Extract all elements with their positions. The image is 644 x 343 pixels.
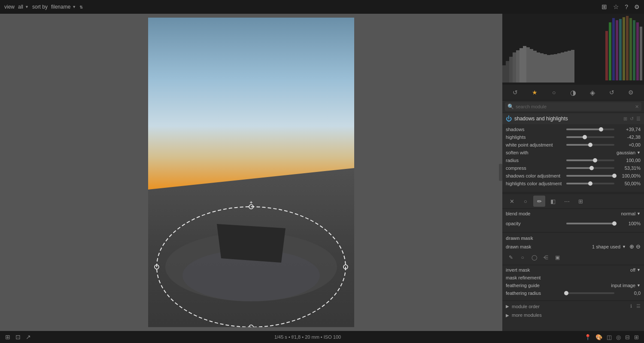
location-icon[interactable]: 📍 (584, 334, 591, 340)
module-multi-icon[interactable]: ⊞ (623, 116, 627, 122)
feathering-guide-value[interactable]: input image ▼ (611, 283, 641, 288)
all-filter[interactable]: all ▼ (18, 4, 29, 10)
drawn-mask-dropdown-arrow[interactable]: ▼ (622, 245, 626, 249)
svg-rect-36 (612, 18, 615, 80)
module-tabs: ↺ ★ ○ ◑ ◈ ↺ ⚙ (502, 85, 644, 101)
drawn-mask-add-icon[interactable]: ⊕ (629, 243, 634, 250)
overexpose-icon[interactable]: ◫ (607, 334, 612, 340)
svg-rect-24 (540, 53, 544, 83)
tab-settings[interactable]: ⚙ (625, 86, 637, 98)
svg-rect-19 (523, 46, 526, 83)
tab-reset[interactable]: ↺ (606, 86, 618, 98)
drawn-mask-remove-icon[interactable]: ⊖ (636, 243, 641, 250)
grid-icon[interactable]: ⊟ (625, 334, 630, 340)
path-mask-btn[interactable]: ⋯ (561, 196, 573, 207)
highlights-slider[interactable] (566, 136, 614, 138)
highlights-color-slider[interactable] (566, 183, 614, 184)
tab-hsl[interactable]: ◈ (586, 86, 598, 98)
filename-sort[interactable]: filename ▼ (51, 4, 76, 10)
raster-mask-btn[interactable]: ⊞ (574, 196, 586, 207)
drawn-mask-section-label: drawn mask (502, 233, 644, 242)
help-icon[interactable]: ? (625, 3, 628, 10)
fill-btn[interactable]: ▣ (552, 252, 562, 263)
module-header: ⏻ shadows and highlights ⊞ ↺ ☰ (502, 113, 644, 124)
svg-rect-14 (506, 61, 509, 83)
node-edit-btn[interactable]: ⋲ (541, 252, 551, 263)
status-center: 1/45 s • f/1,8 • 20 mm • ISO 100 (274, 334, 341, 340)
scroll-handle[interactable] (499, 164, 502, 181)
compress-slider[interactable] (566, 167, 614, 169)
svg-rect-27 (550, 55, 554, 83)
soften-with-value[interactable]: gaussian ▼ (566, 150, 641, 155)
svg-rect-35 (609, 22, 611, 80)
no-mask-btn[interactable]: ✕ (506, 196, 518, 207)
star-icon[interactable]: ☆ (613, 3, 619, 11)
shadows-label: shadows (506, 127, 564, 132)
export-icon[interactable]: ↗ (26, 334, 31, 340)
highlights-value: -42,38 (617, 135, 641, 140)
free-draw-btn[interactable]: ✎ (506, 252, 516, 263)
invert-mask-value[interactable]: off ▼ (630, 267, 641, 273)
tab-history[interactable]: ↺ (509, 86, 521, 98)
drawn-mask-btn[interactable]: ✏ (533, 196, 545, 207)
ellipse-shape-btn[interactable]: ◯ (529, 252, 539, 263)
svg-rect-22 (533, 51, 537, 83)
svg-rect-28 (554, 54, 557, 83)
grid-view-icon[interactable]: ⊞ (601, 3, 607, 11)
all-dropdown-arrow: ▼ (25, 5, 29, 9)
feathering-guide-arrow: ▼ (637, 283, 641, 288)
divider-1 (502, 192, 644, 193)
radius-slider[interactable] (566, 159, 614, 161)
blend-mode-dropdown[interactable]: normal ▼ (566, 211, 641, 216)
white-point-label: white point adjustment (506, 142, 564, 147)
svg-rect-13 (502, 65, 506, 83)
module-order-menu-icon[interactable]: ☰ (636, 303, 641, 309)
view-menu[interactable]: view (4, 4, 15, 10)
status-right: 📍 🎨 ◫ ◎ ⊟ ⊞ (584, 334, 639, 340)
settings-icon[interactable]: ⚙ (634, 3, 640, 10)
focus-icon[interactable]: ◎ (616, 334, 621, 340)
shadows-slider[interactable] (566, 129, 614, 130)
tab-color[interactable]: ○ (548, 86, 560, 98)
svg-rect-43 (636, 22, 639, 80)
opacity-row: opacity 100% (502, 221, 644, 229)
divider-2 (502, 232, 644, 233)
search-bar: 🔍 ✕ (505, 102, 641, 111)
canvas-area[interactable] (0, 14, 502, 331)
shadows-color-value: 100,00% (617, 173, 641, 178)
compress-row: compress 53,31% (506, 165, 641, 171)
svg-rect-17 (516, 50, 519, 83)
circle-shape-btn[interactable]: ○ (517, 252, 528, 263)
svg-marker-4 (217, 224, 286, 263)
search-clear-icon[interactable]: ✕ (635, 104, 639, 110)
svg-rect-44 (640, 27, 642, 80)
module-power-icon[interactable]: ⏻ (506, 115, 512, 122)
sort-direction[interactable]: ⇅ (79, 5, 83, 9)
opacity-slider[interactable] (566, 223, 614, 224)
tab-tone[interactable]: ◑ (567, 86, 579, 98)
white-point-slider[interactable] (566, 144, 614, 146)
svg-rect-41 (629, 18, 632, 80)
module-menu-icon[interactable]: ☰ (636, 116, 641, 122)
filmstrip-icon[interactable]: ⊞ (5, 334, 10, 340)
guides-icon[interactable]: ⊞ (634, 334, 639, 340)
gradient-mask-btn[interactable]: ◧ (547, 196, 559, 207)
module-order-info-icon[interactable]: ℹ (630, 303, 632, 309)
more-modules-row[interactable]: ▶ more modules (502, 311, 644, 319)
drawn-mask-row: drawn mask 1 shape used ▼ ⊕ ⊖ (502, 242, 644, 251)
feathering-radius-slider[interactable] (566, 292, 614, 294)
divider-3 (502, 265, 644, 265)
highlights-label: highlights (506, 135, 564, 140)
parametric-mask-btn[interactable]: ○ (519, 196, 532, 207)
white-point-row: white point adjustment +0,00 (506, 142, 641, 147)
search-input[interactable] (516, 104, 635, 109)
module-reset-icon[interactable]: ↺ (630, 116, 634, 122)
color-picker-icon[interactable]: 🎨 (595, 334, 602, 340)
more-modules-expand-icon: ▶ (506, 313, 509, 318)
svg-rect-37 (616, 20, 618, 80)
shadows-color-slider[interactable] (566, 175, 614, 177)
tab-presets[interactable]: ★ (529, 86, 541, 98)
blend-mode-arrow: ▼ (637, 211, 641, 216)
module-order-row[interactable]: ▶ module order ℹ ☰ (502, 302, 644, 311)
slideshow-icon[interactable]: ⊡ (15, 334, 21, 340)
